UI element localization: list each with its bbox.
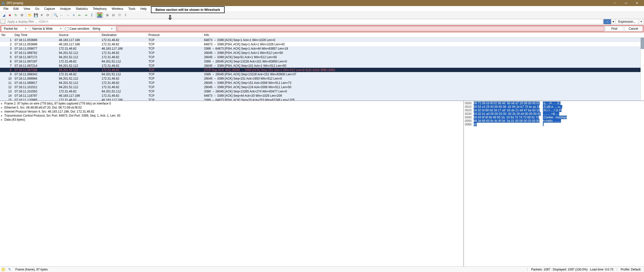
find-bar: Packet list▼ Narrow & Wide▼ Case sensiti… [1, 25, 643, 32]
stop-capture-icon[interactable]: ■ [7, 12, 13, 18]
detail-line[interactable]: ▸ Internet Protocol Version 4, Src: 46.1… [1, 110, 462, 114]
status-bar: ✎ Frame (frame), 97 bytes Packets: 1097 … [0, 266, 644, 272]
detail-line[interactable]: ▸ Transmission Control Protocol, Src Por… [1, 114, 462, 118]
find-width-select[interactable]: Narrow & Wide▼ [30, 26, 64, 31]
col-header-destination[interactable]: Destination [100, 33, 147, 38]
edit-capture-comment-icon[interactable]: ✎ [8, 267, 11, 272]
table-row[interactable]: 107:16:11.05388646.183.117.188172.31.46.… [0, 38, 644, 42]
status-profile[interactable]: Profile: Default [617, 268, 644, 271]
table-row[interactable]: 907:16:11.088342172.31.46.8294.201.52.11… [0, 72, 644, 76]
table-row[interactable]: 207:16:11.05388646.183.117.188172.31.46.… [0, 42, 644, 46]
window-title: DP2.pcapng [7, 1, 23, 5]
menu-statistics[interactable]: Statistics [73, 7, 90, 11]
col-header-info[interactable]: Info [203, 33, 644, 38]
menu-telephony[interactable]: Telephony [90, 7, 109, 11]
capture-options-icon[interactable]: ⚙ [19, 12, 25, 18]
menu-tools[interactable]: Tools [126, 7, 138, 11]
menu-wireless[interactable]: Wireless [109, 7, 126, 11]
table-row[interactable]: 1207:16:11.10151294.201.52.112172.31.46.… [0, 85, 644, 89]
auto-scroll-icon[interactable]: ↧ [89, 12, 95, 18]
table-row[interactable]: 807:16:11.08728694.201.52.112172.31.46.8… [0, 68, 644, 72]
detail-line[interactable]: ▸ Frame 2: 97 bytes on wire (776 bits), … [1, 101, 462, 106]
add-filter-button[interactable]: + [639, 19, 643, 24]
col-header-daytime[interactable]: Day Time [13, 33, 57, 38]
table-row[interactable]: 707:16:11.08721494.201.52.112172.31.46.8… [0, 63, 644, 68]
find-button[interactable]: Find [605, 26, 623, 31]
go-first-icon[interactable]: ⇤ [77, 12, 83, 18]
colorize-icon[interactable]: ▦ [97, 12, 102, 18]
close-button[interactable]: ✕ [631, 0, 642, 6]
expression-button[interactable]: Expression... [616, 19, 638, 24]
menubar: File Edit View Go Capture Analyze Statis… [0, 6, 644, 12]
expert-info-icon[interactable] [2, 268, 5, 271]
restart-capture-icon[interactable]: ↻ [13, 12, 19, 18]
find-input[interactable] [116, 26, 604, 31]
start-capture-icon[interactable]: ◢ [1, 12, 7, 18]
menu-go[interactable]: Go [33, 7, 42, 11]
status-frame: Frame (frame), 97 bytes [13, 268, 50, 271]
packet-list[interactable]: 107:16:11.05388646.183.117.188172.31.46.… [0, 38, 644, 101]
go-back-icon[interactable]: ← [59, 12, 64, 18]
minimap-scrollbar[interactable] [640, 38, 644, 100]
go-last-icon[interactable]: ⇥ [83, 12, 89, 18]
titlebar: DP2.pcapng ─ ▭ ✕ [0, 0, 644, 6]
filter-history-dropdown[interactable]: ▾ [612, 19, 615, 24]
zoom-reset-icon[interactable]: ⦾ [117, 12, 122, 18]
minimize-button[interactable]: ─ [609, 0, 620, 6]
detail-line[interactable]: ▸ Ethernet II, Src: 06:48:80:e6:d7:20, D… [1, 106, 462, 110]
find-type-select[interactable]: String▼ [90, 26, 115, 31]
save-file-icon[interactable]: 💾 [33, 12, 38, 18]
menu-file[interactable]: File [1, 7, 11, 11]
find-packet-icon[interactable]: 🔍 [53, 12, 58, 18]
bottom-panes: ▸ Frame 2: 97 bytes on wire (776 bits), … [0, 101, 644, 266]
display-filter-row: → ▾ Expression... + [0, 19, 644, 25]
zoom-in-icon[interactable]: ⊕ [105, 12, 110, 18]
zoom-out-icon[interactable]: ⊖ [111, 12, 116, 18]
bookmark-filter-icon[interactable] [1, 19, 5, 24]
menu-view[interactable]: View [21, 7, 33, 11]
apply-filter-icon[interactable]: → [603, 19, 611, 24]
detail-line[interactable]: ▸ Data (43 bytes) [1, 118, 462, 122]
status-packets: Packets: 1097 · Displayed: 1097 (100.0%)… [527, 268, 617, 271]
packet-bytes-pane[interactable]: 0000001000200030004000500060 06 71 09 cb… [464, 101, 644, 266]
annotation-arrow-icon: ⇩ [168, 14, 173, 21]
table-row[interactable]: 507:16:11.08717294.201.52.112172.31.46.8… [0, 55, 644, 59]
packet-list-header: No Day Time Source Destination Protocol … [0, 33, 644, 38]
table-row[interactable]: 407:16:11.08678294.201.52.112172.31.46.8… [0, 51, 644, 55]
packet-details-pane[interactable]: ▸ Frame 2: 97 bytes on wire (776 bits), … [0, 101, 464, 266]
col-header-source[interactable]: Source [57, 33, 100, 38]
case-sensitive-checkbox[interactable]: Case sensitive [65, 27, 89, 30]
table-row[interactable]: 1407:16:11.11679746.183.117.188172.31.46… [0, 93, 644, 98]
annotation-callout: Below section will be shown in Wireshark [151, 6, 225, 13]
open-file-icon[interactable]: 📁 [27, 12, 32, 18]
go-forward-icon[interactable]: → [65, 12, 70, 18]
go-to-packet-icon[interactable]: ≡ [71, 12, 76, 18]
table-row[interactable]: 607:16:11.087197172.31.46.8294.201.52.11… [0, 59, 644, 63]
menu-help[interactable]: Help [138, 7, 149, 11]
table-row[interactable]: 307:16:11.059077172.31.46.8246.183.117.1… [0, 46, 644, 51]
menu-capture[interactable]: Capture [42, 7, 58, 11]
app-icon [2, 1, 5, 5]
maximize-button[interactable]: ▭ [620, 0, 631, 6]
toolbar: ◢ ■ ↻ ⚙ 📁 💾 ✕ ⟳ 🔍 ← → ≡ ⇤ ⇥ ↧ ▦ ⊕ ⊖ ⦾ ⫴ [0, 12, 644, 19]
menu-analyze[interactable]: Analyze [58, 7, 73, 11]
table-row[interactable]: 1007:16:11.08898494.201.52.112172.31.46.… [0, 76, 644, 81]
reload-icon[interactable]: ⟳ [45, 12, 51, 18]
close-file-icon[interactable]: ✕ [39, 12, 45, 18]
table-row[interactable]: 1507:16:11.120985172.31.46.8246.183.117.… [0, 98, 644, 101]
col-header-protocol[interactable]: Protocol [147, 33, 203, 38]
resize-columns-icon[interactable]: ⫴ [123, 12, 128, 18]
display-filter-input[interactable] [6, 19, 603, 24]
table-row[interactable]: 1307:16:11.101552172.31.46.8294.201.52.1… [0, 89, 644, 93]
menu-edit[interactable]: Edit [11, 7, 21, 11]
find-scope-select[interactable]: Packet list▼ [2, 26, 29, 31]
cancel-button[interactable]: Cancel [624, 26, 642, 31]
table-row[interactable]: 1107:16:11.08981794.201.52.112172.31.46.… [0, 81, 644, 85]
col-header-no[interactable]: No [0, 33, 13, 38]
